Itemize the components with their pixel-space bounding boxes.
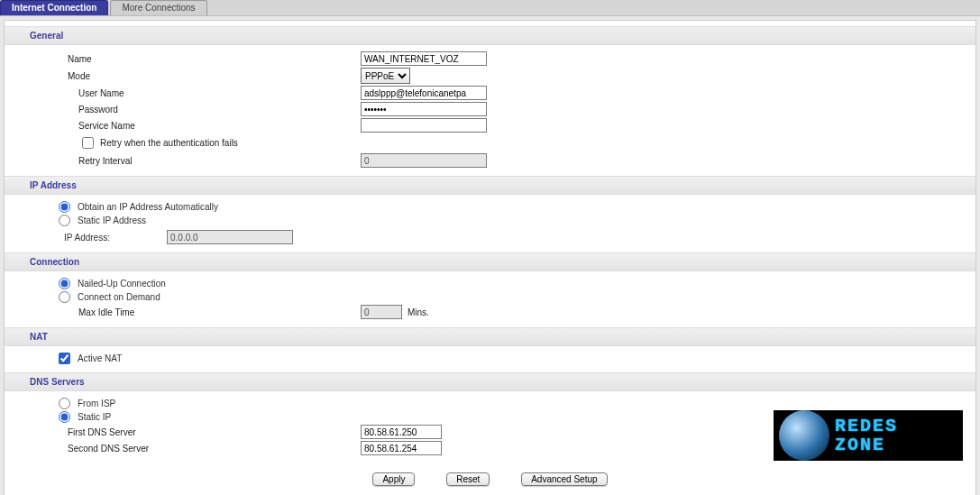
settings-panel: General Name Mode PPPoE User Name Passwo… [4, 20, 976, 495]
label-first-dns: First DNS Server [5, 427, 361, 437]
radio-on-demand[interactable] [59, 291, 70, 303]
label-ip-address: IP Address: [59, 233, 149, 243]
input-username[interactable] [361, 86, 487, 100]
logo-text-1: REDES [835, 417, 898, 435]
input-ip-address [167, 230, 293, 244]
tab-internet-connection[interactable]: Internet Connection [0, 0, 108, 15]
input-max-idle [361, 305, 402, 319]
radio-dns-isp[interactable] [59, 398, 70, 409]
label-dns-static: Static IP [78, 412, 111, 422]
select-mode[interactable]: PPPoE [361, 68, 410, 84]
label-max-idle: Max Idle Time [5, 307, 361, 317]
section-connection-title: Connection [5, 252, 975, 271]
label-on-demand: Connect on Demand [78, 292, 160, 302]
label-dns-isp: From ISP [78, 399, 115, 408]
input-password[interactable] [361, 102, 487, 116]
label-second-dns: Second DNS Server [5, 444, 361, 454]
button-bar: Apply Reset Advanced Setup [5, 458, 975, 486]
label-name: Name [5, 54, 361, 64]
label-service-name: Service Name [5, 121, 361, 131]
checkbox-active-nat[interactable] [59, 353, 70, 364]
label-mode: Mode [5, 71, 361, 81]
advanced-setup-button[interactable]: Advanced Setup [521, 472, 607, 486]
section-ip-title: IP Address [5, 176, 975, 195]
radio-nailed-up[interactable] [59, 278, 70, 289]
logo-text-2: ZONE [835, 435, 898, 454]
reset-button[interactable]: Reset [446, 472, 490, 486]
label-active-nat: Active NAT [78, 353, 122, 363]
label-password: Password [5, 105, 361, 115]
globe-icon [779, 410, 829, 461]
section-nat-title: NAT [5, 327, 975, 346]
input-first-dns[interactable] [361, 425, 442, 439]
radio-ip-auto[interactable] [59, 201, 70, 213]
label-username: User Name [5, 88, 361, 98]
radio-ip-static[interactable] [59, 215, 70, 226]
redeszone-logo: REDES ZONE [774, 410, 963, 461]
label-retry-auth: Retry when the authentication fails [100, 138, 238, 148]
input-retry-interval [361, 153, 487, 168]
apply-button[interactable]: Apply [372, 472, 415, 486]
section-dns-title: DNS Servers [5, 372, 975, 391]
tab-bar: Internet Connection More Connections [0, 0, 980, 16]
section-general-title: General [5, 26, 975, 45]
input-second-dns[interactable] [361, 441, 442, 455]
label-nailed-up: Nailed-Up Connection [78, 279, 166, 289]
label-mins: Mins. [408, 307, 429, 317]
checkbox-retry-auth[interactable] [82, 137, 94, 149]
label-retry-interval: Retry Interval [5, 156, 361, 166]
input-name[interactable] [361, 51, 487, 66]
label-ip-auto: Obtain an IP Address Automatically [78, 202, 218, 212]
input-service-name[interactable] [361, 118, 487, 133]
radio-dns-static[interactable] [59, 411, 70, 423]
label-ip-static: Static IP Address [78, 215, 146, 225]
tab-more-connections[interactable]: More Connections [110, 0, 206, 15]
